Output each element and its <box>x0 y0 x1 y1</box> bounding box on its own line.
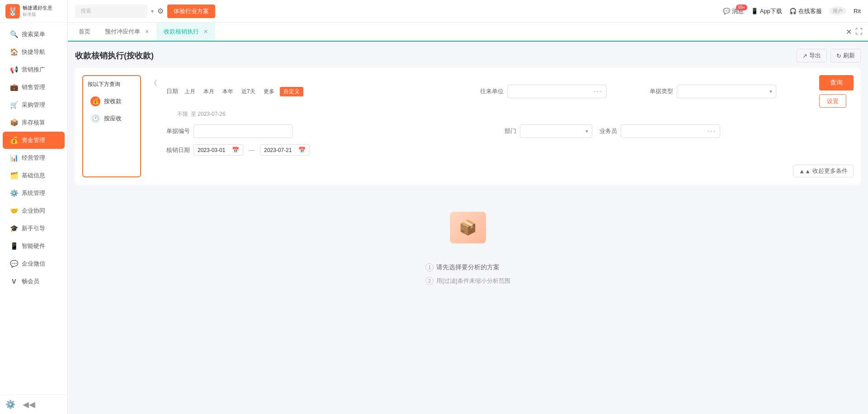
tab-prepay-close-icon[interactable]: ✕ <box>145 29 149 35</box>
collapse-conditions-label: 收起更多条件 <box>812 167 848 175</box>
settings-button[interactable]: 设置 <box>819 94 846 108</box>
tab-bar-actions: ✕ ⛶ <box>846 23 864 41</box>
sidebar-item-search[interactable]: 🔍 搜索菜单 <box>3 26 65 43</box>
sidebar-item-marketing[interactable]: 📢 营销推广 <box>3 61 65 78</box>
sidebar-item-system[interactable]: ⚙️ 系统管理 <box>3 185 65 202</box>
filter-panel: 按以下方查询 💰 按收款 🕐 按应收 《 日期 <box>75 68 861 185</box>
unit-dots-icon[interactable]: ··· <box>594 87 602 95</box>
reconcile-end-calendar-icon[interactable]: 📅 <box>298 147 306 153</box>
bill-type-chevron-icon: ▾ <box>769 88 772 95</box>
wechat-icon: 💬 <box>10 260 18 268</box>
hint-2-text: 用[过滤]条件来缩小分析范围 <box>436 277 510 285</box>
query-button[interactable]: 查询 <box>819 75 854 90</box>
reconcile-start-input[interactable]: 2023-03-01 📅 <box>193 144 243 156</box>
sidebar: 🐰 畅捷通好生意 标准版 🔍 搜索菜单 🏠 快捷导航 📢 营销推广 💼 销售管理… <box>0 0 68 414</box>
receipt-option-icon: 💰 <box>90 96 100 106</box>
tab-receivable-label: 收款核销执行 <box>164 28 199 36</box>
date-shortcut-group: 上月 本月 本年 近7天 更多 自定义 <box>182 87 303 96</box>
tab-receivable[interactable]: 收款核销执行 ✕ <box>156 23 215 42</box>
date-this-year[interactable]: 本年 <box>220 87 236 96</box>
online-service-button[interactable]: 🎧 在线客服 <box>789 7 822 15</box>
tab-home[interactable]: 首页 <box>71 23 98 42</box>
date-last-month[interactable]: 上月 <box>182 87 198 96</box>
tab-expand-button[interactable]: ⛶ <box>855 28 863 36</box>
sidebar-label-system: 系统管理 <box>22 189 45 197</box>
date-more[interactable]: 更多 <box>261 87 277 96</box>
sidebar-item-inventory[interactable]: 📦 库存核算 <box>3 114 65 131</box>
tab-receivable-close-icon[interactable]: ✕ <box>203 29 208 35</box>
receivable-option-icon: 🕐 <box>90 114 100 124</box>
sidebar-item-quicknav[interactable]: 🏠 快捷导航 <box>3 43 65 61</box>
bill-no-label: 单据编号 <box>166 127 190 135</box>
sidebar-item-collab[interactable]: 🤝 企业协同 <box>3 202 65 219</box>
date-label: 日期 <box>166 87 178 95</box>
date-last-7days[interactable]: 近7天 <box>239 87 258 96</box>
sidebar-label-vip: 畅会员 <box>22 277 39 286</box>
inventory-icon: 📦 <box>10 119 18 127</box>
tab-prepay[interactable]: 预付冲应付单 ✕ <box>98 23 156 42</box>
date-to-text: 至 2023-07-26 <box>191 110 226 118</box>
filter-row-3: 核销日期 2023-03-01 📅 — 2023-07-21 📅 <box>166 144 854 156</box>
dept-select[interactable]: ▾ <box>520 124 592 138</box>
logo-name: 畅捷通好生意 <box>23 5 52 11</box>
collapse-sidebar-icon[interactable]: ◀◀ <box>23 400 35 409</box>
collapse-up-icon: ▲▲ <box>799 168 811 175</box>
collapse-conditions-button[interactable]: ▲▲ 收起更多条件 <box>793 165 854 177</box>
date-range-separator: — <box>247 147 256 153</box>
message-button[interactable]: 💬 消息 99+ <box>723 7 744 15</box>
empty-illustration: 📦 <box>445 212 491 257</box>
refresh-button[interactable]: ↻ 刷新 <box>830 49 861 62</box>
sidebar-label-operations: 经营管理 <box>22 154 45 162</box>
sidebar-item-vip[interactable]: V 畅会员 <box>3 273 65 290</box>
sidebar-item-basic[interactable]: 🗂️ 基础信息 <box>3 167 65 184</box>
solution-button[interactable]: 体验行业方案 <box>167 5 215 18</box>
header-gear-icon[interactable]: ⚙ <box>157 7 164 15</box>
sidebar-item-hardware[interactable]: 📱 智能硬件 <box>3 238 65 255</box>
tab-close-all-button[interactable]: ✕ <box>846 28 852 36</box>
filter-option-by-receivable[interactable]: 🕐 按应收 <box>88 110 136 127</box>
user-name[interactable]: Rit <box>854 8 861 14</box>
header-right: 💬 消息 99+ 📱 App下载 🎧 在线客服 用户 Rit <box>723 7 861 15</box>
date-custom[interactable]: 自定义 <box>280 87 303 96</box>
settings-bottom-icon[interactable]: ⚙️ <box>5 400 15 409</box>
sidebar-item-operations[interactable]: 📊 经营管理 <box>3 149 65 167</box>
sidebar-item-purchase[interactable]: 🛒 采购管理 <box>3 96 65 114</box>
user-avatar[interactable]: 用户 <box>829 8 846 14</box>
reconcile-start-calendar-icon[interactable]: 📅 <box>232 147 239 153</box>
sidebar-item-wechat[interactable]: 💬 企业微信 <box>3 255 65 272</box>
unit-input[interactable]: ··· <box>507 85 607 98</box>
staff-filter-field: 业务员 ··· <box>599 124 797 138</box>
page-title: 收款核销执行(按收款) <box>75 50 154 61</box>
funds-icon: 💰 <box>10 136 18 144</box>
bill-type-select[interactable]: ▾ <box>677 85 776 98</box>
sidebar-nav: 🔍 搜索菜单 🏠 快捷导航 📢 营销推广 💼 销售管理 🛒 采购管理 📦 库存核… <box>0 23 67 395</box>
search-chevron-icon[interactable]: ▾ <box>151 8 154 14</box>
filter-option-by-receipt[interactable]: 💰 按收款 <box>88 93 136 110</box>
hardware-icon: 📱 <box>10 242 18 250</box>
top-header: 搜索 ▾ ⚙ 体验行业方案 💬 消息 99+ 📱 App下载 🎧 在线客服 用户 <box>68 0 868 23</box>
message-badge: 99+ <box>736 5 747 10</box>
dept-chevron-icon: ▾ <box>585 128 588 134</box>
header-search-box[interactable]: 搜索 <box>75 5 147 18</box>
filter-panel-collapse-button[interactable]: 《 <box>146 77 161 90</box>
date-this-month[interactable]: 本月 <box>201 87 217 96</box>
sidebar-label-wechat: 企业微信 <box>22 260 45 268</box>
bill-type-field: 单据类型 ▾ <box>650 85 812 98</box>
app-download-button[interactable]: 📱 App下载 <box>751 7 782 15</box>
staff-dots-icon[interactable]: ··· <box>708 127 716 135</box>
filter-actions: 查询 设置 <box>819 75 854 108</box>
export-button[interactable]: ↗ 导出 <box>797 49 827 62</box>
sidebar-item-guide[interactable]: 🎓 新手引导 <box>3 220 65 237</box>
message-icon: 💬 <box>723 8 730 14</box>
reconcile-end-input[interactable]: 2023-07-21 📅 <box>260 144 310 156</box>
sidebar-item-sales[interactable]: 💼 销售管理 <box>3 79 65 96</box>
basic-icon: 🗂️ <box>10 171 18 180</box>
dept-filter-field: 部门 ▾ <box>505 124 592 138</box>
sidebar-item-funds[interactable]: 💰 资金管理 <box>3 132 65 149</box>
staff-input[interactable]: ··· <box>621 124 720 138</box>
system-icon: ⚙️ <box>10 189 18 197</box>
sidebar-label-marketing: 营销推广 <box>22 66 45 74</box>
reconcile-date-label: 核销日期 <box>166 146 190 154</box>
empty-face-icon: 📦 <box>459 219 477 236</box>
bill-no-input[interactable] <box>193 124 293 138</box>
